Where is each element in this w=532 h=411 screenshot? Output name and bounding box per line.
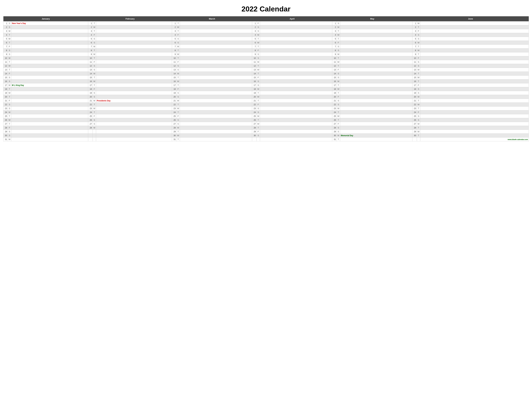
day-num-jan-29: 29 bbox=[3, 130, 8, 134]
day-letter-jun-23: T bbox=[417, 107, 420, 110]
day-letter-feb-15: T bbox=[93, 75, 96, 79]
day-num-may-21: 21 bbox=[332, 99, 337, 103]
holiday-mar-27 bbox=[180, 122, 252, 126]
header-march: March bbox=[172, 16, 252, 21]
day-letter-feb-4: F bbox=[93, 33, 96, 37]
holiday-jan-6 bbox=[11, 41, 88, 45]
day-letter-feb-26: S bbox=[93, 118, 96, 122]
day-num-jun-10: 10 bbox=[412, 56, 417, 60]
holiday-feb-2 bbox=[96, 25, 172, 29]
day-letter-feb-18: F bbox=[93, 87, 96, 91]
day-letter-apr-23: S bbox=[257, 107, 260, 110]
holiday-mar-18 bbox=[180, 87, 252, 91]
day-num-jan-26: 26 bbox=[3, 118, 8, 122]
day-num-mar-5: 5 bbox=[172, 37, 177, 41]
day-letter-apr-4: M bbox=[257, 33, 260, 37]
holiday-apr-17 bbox=[260, 83, 332, 87]
day-num-jun-23: 23 bbox=[412, 107, 417, 110]
holiday-jan-21 bbox=[11, 99, 88, 103]
day-num-mar-24: 24 bbox=[172, 110, 177, 114]
holiday-apr-19 bbox=[260, 91, 332, 95]
day-num-may-28: 28 bbox=[332, 126, 337, 130]
day-letter-feb-8: T bbox=[93, 48, 96, 52]
day-num-feb-11: 11 bbox=[88, 60, 93, 64]
table-row: 17MM L King Day17T17T17S17T17F bbox=[3, 83, 529, 87]
day-letter-may-26: T bbox=[337, 118, 340, 122]
day-num-may-15: 15 bbox=[332, 75, 337, 79]
holiday-feb-31 bbox=[96, 138, 172, 141]
day-num-mar-10: 10 bbox=[172, 56, 177, 60]
day-letter-mar-3: T bbox=[177, 29, 180, 33]
day-letter-may-20: F bbox=[337, 95, 340, 99]
table-row: 2S2W2W2S2M2T bbox=[3, 25, 529, 29]
day-num-jan-20: 20 bbox=[3, 95, 8, 99]
day-letter-may-24: T bbox=[337, 110, 340, 114]
holiday-feb-12 bbox=[96, 64, 172, 68]
day-letter-feb-17: T bbox=[93, 83, 96, 87]
table-row: 8S8T8T8F8S8W bbox=[3, 48, 529, 52]
holiday-feb-1 bbox=[96, 21, 172, 25]
day-num-mar-29: 29 bbox=[172, 130, 177, 134]
day-letter-apr-22: F bbox=[257, 103, 260, 107]
day-letter-feb-19: S bbox=[93, 91, 96, 95]
holiday-jan-2 bbox=[11, 25, 88, 29]
day-num-jun-19: 19 bbox=[412, 91, 417, 95]
day-num-may-2: 2 bbox=[332, 25, 337, 29]
day-num-feb-1: 1 bbox=[88, 21, 93, 25]
day-letter-may-19: T bbox=[337, 91, 340, 95]
day-num-may-16: 16 bbox=[332, 79, 337, 83]
day-letter-feb-23: W bbox=[93, 107, 96, 110]
day-letter-apr-7: T bbox=[257, 45, 260, 48]
holiday-jun-13 bbox=[420, 68, 529, 72]
holiday-mar-10 bbox=[180, 56, 252, 60]
holiday-apr-23 bbox=[260, 107, 332, 110]
day-num-jan-31: 31 bbox=[3, 138, 8, 141]
holiday-mar-14 bbox=[180, 72, 252, 75]
day-letter-jun-7: T bbox=[417, 45, 420, 48]
holiday-jan-17: M L King Day bbox=[11, 83, 88, 87]
day-letter-feb-13: S bbox=[93, 68, 96, 72]
day-letter-apr-20: W bbox=[257, 95, 260, 99]
day-letter-jan-2: S bbox=[8, 25, 11, 29]
day-letter-mar-11: F bbox=[177, 60, 180, 64]
day-letter-jun-8: W bbox=[417, 48, 420, 52]
holiday-may-7 bbox=[340, 45, 412, 48]
day-letter-jan-30: S bbox=[8, 134, 11, 138]
table-row: 24M24T24T24S24T24F bbox=[3, 110, 529, 114]
day-num-jun-13: 13 bbox=[412, 68, 417, 72]
holiday-mar-4 bbox=[180, 33, 252, 37]
holiday-feb-27 bbox=[96, 122, 172, 126]
day-letter-jun-19: S bbox=[417, 91, 420, 95]
day-letter-apr-5: T bbox=[257, 37, 260, 41]
day-letter-apr-28: T bbox=[257, 126, 260, 130]
holiday-jun-11 bbox=[420, 60, 529, 64]
day-num-apr-18: 18 bbox=[252, 87, 257, 91]
day-num-jun-31 bbox=[412, 138, 417, 141]
day-num-apr-28: 28 bbox=[252, 126, 257, 130]
day-letter-feb-3: T bbox=[93, 29, 96, 33]
table-row: 20T20S20S20W20F20M bbox=[3, 95, 529, 99]
day-num-may-6: 6 bbox=[332, 41, 337, 45]
day-letter-jan-22: S bbox=[8, 103, 11, 107]
day-num-jun-6: 6 bbox=[412, 41, 417, 45]
day-letter-jan-21: F bbox=[8, 99, 11, 103]
day-letter-jun-25: S bbox=[417, 114, 420, 118]
day-letter-apr-24: S bbox=[257, 110, 260, 114]
table-row: 9S9W9W9S9M9T bbox=[3, 52, 529, 56]
day-num-jan-8: 8 bbox=[3, 48, 8, 52]
day-num-feb-12: 12 bbox=[88, 64, 93, 68]
day-letter-mar-2: W bbox=[177, 25, 180, 29]
day-num-jan-13: 13 bbox=[3, 68, 8, 72]
holiday-apr-31 bbox=[260, 138, 332, 141]
day-letter-may-31: T bbox=[337, 138, 340, 141]
holiday-jan-9 bbox=[11, 52, 88, 56]
holiday-jun-7 bbox=[420, 45, 529, 48]
day-num-may-14: 14 bbox=[332, 72, 337, 75]
holiday-feb-30 bbox=[96, 134, 172, 138]
day-num-apr-27: 27 bbox=[252, 122, 257, 126]
day-num-apr-9: 9 bbox=[252, 52, 257, 56]
day-num-jan-14: 14 bbox=[3, 72, 8, 75]
day-letter-may-30: M bbox=[337, 134, 340, 138]
day-num-apr-5: 5 bbox=[252, 37, 257, 41]
table-row: 11T11F11F11M11W11S bbox=[3, 60, 529, 64]
